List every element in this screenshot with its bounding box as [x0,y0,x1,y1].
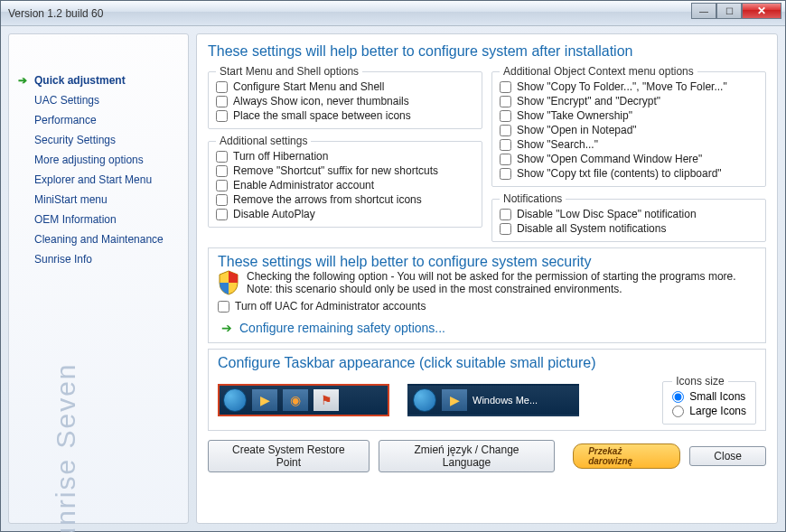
radio-label: Large Icons [689,405,746,417]
checkbox-label: Disable all System notifications [517,222,666,235]
checkbox[interactable] [216,96,228,107]
checkbox-label: Show "Copy txt file (contents) to clipbo… [517,167,722,180]
taskbar-tile-icon: ⚑ [313,389,339,411]
checkbox[interactable] [216,151,228,163]
checkbox[interactable] [216,165,228,177]
start-orb-icon [413,388,436,412]
checkbox[interactable] [216,194,228,206]
page-title: These settings will help better to confi… [208,43,766,60]
small-icons-radio[interactable] [672,391,684,403]
titlebar: Version 1.2 build 60 — ☐ ✕ [1,1,785,26]
brand-text: Sunrise Seven [51,362,81,532]
sidebar-item-quick-adjustment[interactable]: Quick adjustment [9,70,188,90]
checkbox[interactable] [500,139,511,151]
section-title: Configure Taskbar appearance (click suit… [218,355,756,371]
legend: Icons size [672,375,727,387]
donate-button[interactable]: Przekaż darowiznę [573,443,680,469]
checkbox-label: Turn off Hibernation [233,150,328,163]
taskbar-style-small[interactable]: ▶ ◉ ⚑ [218,384,389,416]
sidebar-item-explorer-and-start-menu[interactable]: Explorer and Start Menu [9,170,188,190]
large-icons-radio[interactable] [672,406,684,417]
uac-admin-checkbox[interactable] [218,301,229,313]
checkbox[interactable] [500,110,511,122]
checkbox[interactable] [500,168,511,180]
group-additional: Additional settings Turn off Hibernation… [208,135,482,228]
checkbox[interactable] [216,110,228,122]
legend: Start Menu and Shell options [216,65,362,78]
checkbox[interactable] [500,96,511,107]
checkbox-label: Show "Open Command Window Here" [517,153,702,165]
checkbox-label: Always Show icon, never thumbnails [233,95,409,107]
checkbox[interactable] [500,125,511,136]
sidebar-item-oem-information[interactable]: OEM Information [9,210,188,229]
checkbox-label: Configure Start Menu and Shell [233,80,384,93]
taskbar-section: Configure Taskbar appearance (click suit… [208,349,766,431]
checkbox-label: Disable AutoPlay [233,208,315,220]
group-context-menu: Additional Object Context menu options S… [491,65,766,187]
checkbox[interactable] [500,154,511,165]
restore-point-button[interactable]: Create System Restore Point [208,440,370,472]
checkbox-label: Remove "Shortcut" suffix for new shortcu… [233,164,438,177]
change-language-button[interactable]: Zmień język / Change Language [379,440,555,472]
minimize-button[interactable]: — [691,3,716,19]
taskbar-tile-icon: ▶ [442,389,467,411]
sidebar-item-security-settings[interactable]: Security Settings [9,130,188,150]
checkbox-label: Disable "Low Disc Space" notification [517,208,697,220]
checkbox[interactable] [216,209,228,220]
sidebar-item-performance[interactable]: Performance [9,110,188,130]
checkbox-label: Remove the arrows from shortcut icons [233,193,422,206]
window-title: Version 1.2 build 60 [8,7,103,20]
checkbox-label: Show "Take Ownership" [517,109,632,122]
security-note: Checking the following option - You will… [247,270,756,295]
arrow-icon: ➔ [221,321,232,335]
security-section: These settings will help better to confi… [208,247,766,343]
section-title: These settings will help better to confi… [218,254,756,270]
shield-icon [218,270,239,295]
legend: Additional settings [216,135,311,147]
legend: Additional Object Context menu options [500,65,697,78]
sidebar: Quick adjustmentUAC SettingsPerformanceS… [8,33,189,524]
main-panel: These settings will help better to confi… [196,33,778,524]
group-notifications: Notifications Disable "Low Disc Space" n… [491,192,766,242]
configure-safety-link[interactable]: Configure remaining safety options... [239,321,445,335]
close-button[interactable]: Close [689,446,766,466]
checkbox[interactable] [500,81,511,93]
maximize-button[interactable]: ☐ [716,3,742,19]
group-start-menu: Start Menu and Shell options Configure S… [208,65,482,129]
checkbox[interactable] [500,223,511,235]
window-close-button[interactable]: ✕ [742,3,781,19]
radio-label: Small Icons [689,390,745,403]
sidebar-item-uac-settings[interactable]: UAC Settings [9,90,188,110]
taskbar-style-large[interactable]: ▶ Windows Me... [407,384,579,416]
checkbox-label: Enable Administrator account [233,179,374,191]
checkbox[interactable] [500,209,511,220]
legend: Notifications [500,192,566,205]
taskbar-thumb-label: Windows Me... [473,395,538,406]
sidebar-item-cleaning-and-maintenance[interactable]: Cleaning and Maintenance [9,229,188,249]
sidebar-item-sunrise-info[interactable]: Sunrise Info [9,249,188,269]
checkbox-label: Show "Open in Notepad" [517,124,637,136]
sidebar-item-ministart-menu[interactable]: MiniStart menu [9,190,188,210]
checkbox[interactable] [216,81,228,93]
checkbox[interactable] [216,180,228,191]
icons-size-group: Icons size Small Icons Large Icons [662,375,756,425]
checkbox-label: Show "Copy To Folder...", "Move To Foler… [517,80,727,93]
checkbox-label: Show "Encrypt" and "Decrypt" [517,95,660,107]
button-bar: Create System Restore Point Zmień język … [208,436,766,472]
taskbar-tile-icon: ◉ [283,389,308,411]
checkbox-label: Turn off UAC for Administrator accounts [235,300,426,313]
start-orb-icon [223,388,247,412]
sidebar-item-more-adjusting-options[interactable]: More adjusting options [9,150,188,170]
taskbar-tile-icon: ▶ [252,389,277,411]
checkbox-label: Show "Search..." [517,138,598,151]
checkbox-label: Place the small space between icons [233,109,411,122]
